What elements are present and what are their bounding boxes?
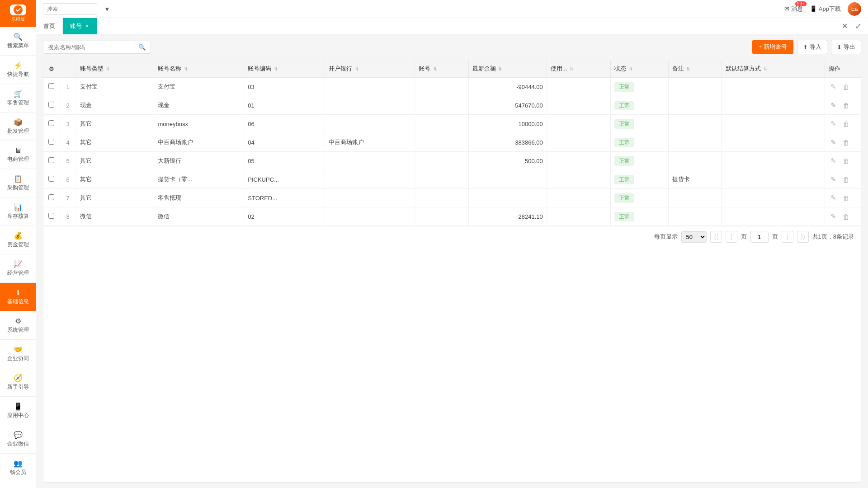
col-account[interactable]: 账号 ⇅ xyxy=(415,60,469,78)
row-checkbox[interactable] xyxy=(48,157,54,163)
search-input[interactable] xyxy=(43,41,134,53)
table-row: 8 微信 微信 02 28241.10 正常 ✎ 🗑 xyxy=(43,207,861,226)
row-balance: 383866.00 xyxy=(468,133,547,152)
sidebar-item-label: 应用中心 xyxy=(2,412,33,419)
sidebar-item-label: 批发管理 xyxy=(2,127,33,135)
tab-controls: ✕ ⤢ xyxy=(838,20,868,33)
table-row: 5 其它 大新银行 05 500.00 正常 ✎ 🗑 xyxy=(43,152,861,170)
basic-info-icon: ℹ xyxy=(2,288,33,297)
edit-button[interactable]: ✎ xyxy=(829,137,838,147)
status-badge: 正常 xyxy=(614,101,634,110)
col-type[interactable]: 账号类型 ⇅ xyxy=(76,60,154,78)
sidebar-item-label: 经营管理 xyxy=(2,269,33,277)
app-download-button[interactable]: 📱 App下载 xyxy=(810,5,841,13)
row-checkbox[interactable] xyxy=(48,176,54,182)
edit-button[interactable]: ✎ xyxy=(829,193,838,203)
col-settings[interactable]: ⚙ xyxy=(43,60,60,78)
tab-maximize-button[interactable]: ⤢ xyxy=(852,20,864,33)
row-settlement xyxy=(722,78,825,96)
row-checkbox[interactable] xyxy=(48,83,54,89)
row-checkbox[interactable] xyxy=(48,213,54,219)
first-page-button[interactable]: ⟨⟨ xyxy=(710,231,722,243)
sidebar-item-ecommerce[interactable]: 🖥 电商管理 xyxy=(0,141,36,169)
add-account-button[interactable]: + 新增账号 xyxy=(752,40,793,54)
row-checkbox[interactable] xyxy=(48,120,54,126)
row-code: 04 xyxy=(244,133,325,152)
last-page-button[interactable]: ⟩⟩ xyxy=(797,231,809,243)
table-row: 6 其它 提货卡（零... PICKUPC... 正常 提货卡 ✎ 🗑 xyxy=(43,170,861,189)
row-usage xyxy=(547,78,610,96)
col-balance[interactable]: 最新余额 ⇅ xyxy=(468,60,547,78)
sidebar-item-app-center[interactable]: 📱 应用中心 xyxy=(0,397,36,425)
sidebar-item-retail[interactable]: 🛒 零售管理 xyxy=(0,84,36,113)
delete-button[interactable]: 🗑 xyxy=(841,193,851,203)
export-button[interactable]: ⬇ 导出 xyxy=(831,40,861,54)
tabs-bar: 首页账号× ✕ ⤢ xyxy=(36,18,868,34)
row-actions: ✎ 🗑 xyxy=(825,152,861,170)
status-badge: 正常 xyxy=(614,82,634,92)
import-button[interactable]: ⬆ 导入 xyxy=(797,40,827,54)
row-checkbox[interactable] xyxy=(48,139,54,145)
sidebar-item-purchase[interactable]: 📋 采购管理 xyxy=(0,169,36,197)
row-status: 正常 xyxy=(610,115,668,133)
row-account xyxy=(415,152,469,170)
sidebar-item-guide[interactable]: 🧭 新手引导 xyxy=(0,368,36,397)
per-page-label: 每页显示 xyxy=(654,233,678,241)
message-icon: ✉ xyxy=(784,5,789,12)
sidebar-item-member[interactable]: 👥 畅会员 xyxy=(0,454,36,482)
search-button[interactable]: 🔍 xyxy=(134,41,151,53)
sidebar-item-finance[interactable]: 💰 资金管理 xyxy=(0,226,36,254)
sidebar-item-quick-nav[interactable]: ⚡ 快捷导航 xyxy=(0,56,36,84)
row-number: 6 xyxy=(60,170,76,189)
per-page-select[interactable]: 50 20 100 xyxy=(681,231,707,243)
sidebar-item-search[interactable]: 🔍 搜索菜单 xyxy=(0,27,36,56)
delete-button[interactable]: 🗑 xyxy=(841,119,851,129)
top-search-input[interactable] xyxy=(43,3,97,15)
delete-button[interactable]: 🗑 xyxy=(841,174,851,184)
current-page-input[interactable] xyxy=(750,231,769,243)
edit-button[interactable]: ✎ xyxy=(829,174,838,184)
row-settlement xyxy=(722,115,825,133)
edit-button[interactable]: ✎ xyxy=(829,156,838,166)
search-box: 🔍 xyxy=(43,41,151,54)
sidebar-item-operations[interactable]: 📈 经营管理 xyxy=(0,254,36,283)
row-checkbox[interactable] xyxy=(48,102,54,108)
dropdown-button[interactable]: ▼ xyxy=(104,5,110,13)
guide-icon: 🧭 xyxy=(2,374,33,382)
status-badge: 正常 xyxy=(614,193,634,203)
delete-button[interactable]: 🗑 xyxy=(841,100,851,110)
col-status[interactable]: 状态 ⇅ xyxy=(610,60,668,78)
edit-button[interactable]: ✎ xyxy=(829,100,838,110)
user-avatar[interactable]: Ea xyxy=(848,2,861,16)
delete-button[interactable]: 🗑 xyxy=(841,211,851,221)
col-settlement[interactable]: 默认结算方式 ⇅ xyxy=(722,60,825,78)
tab-account[interactable]: 账号× xyxy=(63,18,97,34)
delete-button[interactable]: 🗑 xyxy=(841,137,851,147)
delete-button[interactable]: 🗑 xyxy=(841,156,851,166)
tab-home[interactable]: 首页 xyxy=(36,18,63,34)
purchase-icon: 📋 xyxy=(2,174,33,183)
sidebar-item-basic-info[interactable]: ℹ 基础信息 xyxy=(0,283,36,311)
prev-page-button[interactable]: ⟨ xyxy=(726,231,737,243)
col-name[interactable]: 账号名称 ⇅ xyxy=(154,60,244,78)
next-page-button[interactable]: ⟩ xyxy=(782,231,793,243)
col-remark[interactable]: 备注 ⇅ xyxy=(668,60,722,78)
sidebar-item-wechat[interactable]: 💬 企业微信 xyxy=(0,425,36,454)
col-code[interactable]: 账号编码 ⇅ xyxy=(244,60,325,78)
row-settlement xyxy=(722,96,825,115)
sidebar-item-system[interactable]: ⚙ 系统管理 xyxy=(0,311,36,340)
edit-button[interactable]: ✎ xyxy=(829,82,838,92)
col-bank[interactable]: 开户银行 ⇅ xyxy=(325,60,415,78)
messages-button[interactable]: ✉ 消息 99+ xyxy=(784,5,803,13)
edit-button[interactable]: ✎ xyxy=(829,211,838,221)
tab-close-all-button[interactable]: ✕ xyxy=(838,20,851,33)
tab-close-account[interactable]: × xyxy=(85,23,90,29)
edit-button[interactable]: ✎ xyxy=(829,119,838,129)
row-checkbox[interactable] xyxy=(48,194,54,200)
row-actions: ✎ 🗑 xyxy=(825,78,861,96)
col-usage[interactable]: 使用... ⇅ xyxy=(547,60,610,78)
sidebar-item-inventory[interactable]: 📊 库存核算 xyxy=(0,197,36,226)
sidebar-item-agreement[interactable]: 🤝 企业协同 xyxy=(0,340,36,368)
delete-button[interactable]: 🗑 xyxy=(841,82,851,92)
sidebar-item-wholesale[interactable]: 📦 批发管理 xyxy=(0,113,36,141)
